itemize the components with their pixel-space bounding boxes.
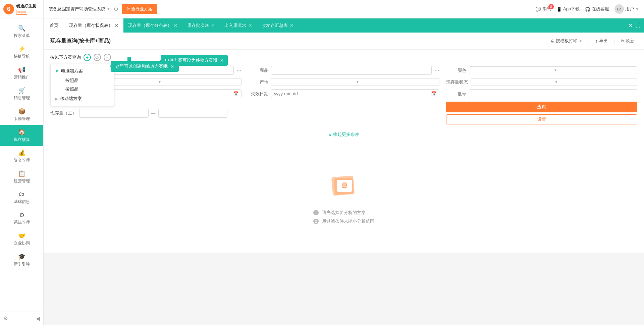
sidebar-item-marketing[interactable]: 📢营销推广 xyxy=(0,63,43,84)
tooltip-edit-text: 这里可以创建和修改方案哦 xyxy=(115,63,168,69)
goods-field-input[interactable] xyxy=(274,68,429,73)
tab-minimize-icon[interactable]: ✕ xyxy=(628,22,633,29)
refresh-btn[interactable]: ↻ 刷新 xyxy=(618,37,637,45)
user-avatar: Ea xyxy=(614,4,624,14)
tooltip-scheme-close[interactable]: ✕ xyxy=(220,58,224,63)
sidebar-item-system[interactable]: ⚙系统管理 xyxy=(0,208,43,229)
basic-nav-label: 基础信息 xyxy=(14,199,30,205)
operation-nav-label: 经营管理 xyxy=(14,178,30,184)
scheme-item-2[interactable]: 按照品 xyxy=(57,85,114,94)
filter-stock-from-input[interactable] xyxy=(79,109,149,118)
mobile-scheme-group[interactable]: ▶ 移动端方案 xyxy=(51,94,114,104)
msg-badge: 8 xyxy=(548,4,554,9)
tab-inventory-status[interactable]: 现存量（库存状况表）✕ xyxy=(64,18,123,33)
filter-stock-status-label: 现存量状态 xyxy=(446,79,468,85)
sidebar-item-inventory[interactable]: 🏠库存核算 xyxy=(0,125,43,146)
tab-home[interactable]: 首页 xyxy=(44,18,64,33)
filter-grid-4: 现存量（主） — 查询 设置 xyxy=(50,102,637,128)
size-caret-icon: ▼ xyxy=(158,80,238,84)
filter-action-col: 查询 设置 xyxy=(446,102,637,124)
edit-scheme-btn[interactable]: ⟳ xyxy=(94,54,101,61)
tab-inventory-dist[interactable]: 现存量（库存分布表）✕ xyxy=(123,18,182,33)
stock-to-input[interactable] xyxy=(161,111,225,116)
goods-field-more-icon[interactable]: ··· xyxy=(434,67,439,74)
reset-btn[interactable]: 设置 xyxy=(446,114,637,124)
tab-maximize-icon[interactable]: ⛶ xyxy=(635,22,641,29)
purchase-nav-icon: 📦 xyxy=(18,108,25,115)
sidebar-item-quick[interactable]: ⚡快捷导航 xyxy=(0,42,43,63)
online-service-btn[interactable]: 🎧 在线客服 xyxy=(585,6,609,12)
app-logo-text: 畅通好生意 标准版 xyxy=(16,3,36,15)
export-btn[interactable]: ↑ 导出 xyxy=(593,37,610,45)
tab-inout-flow-label: 出入库流水 xyxy=(224,22,246,29)
expiry-date-calendar-icon[interactable]: 📅 xyxy=(431,91,436,96)
enterprise-nav-icon: 🤝 xyxy=(18,232,25,239)
empty-state: 1 请先选择要分析的方案 2 用过滤条件来缩小分析范围 xyxy=(44,141,644,253)
tab-batch-ledger[interactable]: 库存批次账✕ xyxy=(182,18,220,33)
filter-stock-status-select[interactable]: ▼ xyxy=(471,78,637,86)
collapse-filter-btn[interactable]: ∧ 收起更多条件 xyxy=(328,128,359,141)
sidebar-item-finance[interactable]: 💰资金管理 xyxy=(0,146,43,167)
header-right: 💬 消息 8 📱 App下载 🎧 在线客服 Ea 用户 ▼ xyxy=(536,4,639,14)
tooltip-edit: 这里可以创建和修改方案哦 ✕ xyxy=(111,61,179,72)
sidebar-item-purchase[interactable]: 📦采购管理 xyxy=(0,104,43,125)
tooltip-edit-close[interactable]: ✕ xyxy=(170,64,174,69)
filter-goods-field-input[interactable] xyxy=(271,66,432,75)
filter-area: 按以下方案查询 + ⟳ « ▼ 电脑端方案 按照品 xyxy=(44,50,644,141)
print-icon: 🖨 xyxy=(550,39,554,44)
tab-batch-ledger-close[interactable]: ✕ xyxy=(211,23,215,28)
filter-stock-to-input[interactable] xyxy=(158,109,228,118)
filter-stock-status-row: 现存量状态 ▼ xyxy=(446,78,637,86)
system-select[interactable]: 装备及固定资产辅助管理系统 ▼ xyxy=(49,6,110,12)
desktop-scheme-group[interactable]: ▼ 电脑端方案 xyxy=(51,66,114,76)
msg-icon: 💬 xyxy=(536,7,541,12)
print-btn[interactable]: 🖨 按模板打印 ▼ xyxy=(547,37,585,45)
export-label: 导出 xyxy=(599,38,608,44)
add-scheme-btn[interactable]: + xyxy=(84,54,91,61)
sidebar-item-enterprise[interactable]: 🤝企业协同 xyxy=(0,229,43,250)
empty-text: 1 请先选择要分析的方案 2 用过滤条件来缩小分析范围 xyxy=(313,208,374,226)
empty-svg xyxy=(327,168,361,202)
expiry-date-input[interactable] xyxy=(274,91,430,96)
sidebar-collapse-btn[interactable]: ◀ xyxy=(36,315,40,322)
filter-batch-input[interactable] xyxy=(469,89,637,98)
stock-status-caret-icon: ▼ xyxy=(555,80,635,84)
empty-num-2: 2 xyxy=(313,219,319,224)
batch-input[interactable] xyxy=(472,91,634,96)
scheme-dropdown: ▼ 电脑端方案 按照品 按照品 ▶ xyxy=(50,64,114,106)
filter-color-select[interactable]: ▼ xyxy=(469,66,637,74)
prod-date-calendar-icon[interactable]: 📅 xyxy=(233,91,238,96)
scheme-item-1[interactable]: 按照品 xyxy=(57,76,114,85)
user-area[interactable]: Ea 用户 ▼ xyxy=(614,4,639,14)
app-download-btn[interactable]: 📱 App下载 xyxy=(556,6,580,12)
tab-inout-flow-close[interactable]: ✕ xyxy=(248,23,252,28)
tab-inout-flow[interactable]: 出入库流水✕ xyxy=(220,18,257,33)
back-btn[interactable]: « xyxy=(104,54,111,61)
sidebar-settings-btn[interactable]: ⚙ xyxy=(3,315,8,322)
marketing-nav-label: 营销推广 xyxy=(14,74,30,80)
sidebar-item-operation[interactable]: 📋经营管理 xyxy=(0,167,43,187)
filter-origin-select[interactable]: ▼ xyxy=(271,78,439,86)
goods-more-icon[interactable]: ··· xyxy=(236,67,241,74)
query-btn[interactable]: 查询 xyxy=(446,102,637,112)
stock-from-input[interactable] xyxy=(82,111,146,116)
guide-dot xyxy=(127,57,131,61)
tab-receipt-summary[interactable]: 收发存汇总表✕ xyxy=(257,18,299,33)
tab-receipt-summary-close[interactable]: ✕ xyxy=(290,23,294,28)
operation-nav-icon: 📋 xyxy=(18,170,25,177)
msg-btn[interactable]: 💬 消息 8 xyxy=(536,6,551,12)
header-settings-icon[interactable]: ⚙ xyxy=(114,6,118,12)
tab-inventory-dist-close[interactable]: ✕ xyxy=(174,23,178,28)
filter-color-label: 颜色 xyxy=(446,67,466,73)
sidebar-item-sales[interactable]: 🛒销售管理 xyxy=(0,84,43,104)
filter-expiry-date-row: 失效日期 📅 xyxy=(248,89,439,98)
filter-expiry-date-input[interactable]: 📅 xyxy=(271,89,439,98)
sidebar-item-guide[interactable]: 🎓新手引导 xyxy=(0,250,43,270)
main-content: 装备及固定资产辅助管理系统 ▼ ⚙ 体验行业方案 💬 消息 8 📱 App下载 … xyxy=(44,0,644,325)
empty-step-1: 1 请先选择要分析的方案 xyxy=(313,208,374,217)
tab-inventory-status-close[interactable]: ✕ xyxy=(115,23,119,28)
sidebar-item-basic[interactable]: 🗂基础信息 xyxy=(0,187,43,208)
experience-btn[interactable]: 体验行业方案 xyxy=(122,4,157,14)
tab-inventory-dist-label: 现存量（库存分布表） xyxy=(128,22,172,29)
sidebar-item-search[interactable]: 🔍搜索菜单 xyxy=(0,21,43,42)
